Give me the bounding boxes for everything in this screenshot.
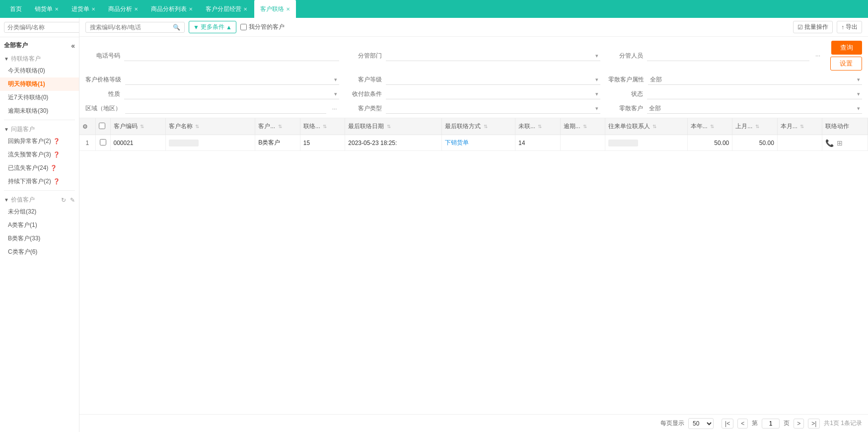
sidebar-body: 全部客户 « ▼ 待联络客户 今天待联络(0) 明天待联络(1) 近7天待联络(…: [0, 37, 79, 432]
col-unlink: 未联... ⇅: [515, 118, 560, 135]
sort-method-icon[interactable]: ⇅: [484, 124, 488, 129]
filter-label-phone: 电话号码: [85, 52, 120, 60]
region-dots-btn[interactable]: ···: [330, 105, 339, 112]
filter-dept-select[interactable]: [386, 51, 601, 61]
filter-retail-cust-select[interactable]: 全部: [647, 103, 862, 114]
next-page-btn[interactable]: >: [794, 419, 804, 429]
sort-contacts-icon[interactable]: ⇅: [323, 124, 327, 129]
batch-op-btn[interactable]: ☑ 批量操作: [793, 21, 833, 33]
filter-cust-type-wrap: [386, 103, 601, 114]
sidebar-b-class[interactable]: B类客户(33): [0, 232, 79, 245]
filter-nature-select[interactable]: [124, 89, 339, 99]
nav-close-product[interactable]: ✕: [134, 6, 138, 12]
sidebar-all-customers[interactable]: 全部客户 «: [0, 37, 79, 52]
search-icon[interactable]: 🔍: [173, 24, 180, 31]
filter-region-input[interactable]: [125, 103, 326, 114]
sort-lmonth-icon[interactable]: ⇅: [755, 124, 759, 129]
nav-customer-contact[interactable]: 客户联络 ✕: [254, 0, 296, 18]
sidebar-ungroup[interactable]: 未分组(32): [0, 205, 79, 218]
action-phone-icon[interactable]: 📞: [825, 139, 834, 147]
filter-cust-type-select[interactable]: [386, 103, 601, 114]
section-arrow: ▼: [4, 56, 9, 62]
nav-sales-order[interactable]: 销货单 ✕: [29, 0, 65, 18]
action-grid-icon[interactable]: ⊞: [837, 139, 843, 147]
section-problem-customers[interactable]: ▼ 问题客户: [0, 122, 79, 135]
nav-product-analysis[interactable]: 商品分析 ✕: [102, 0, 144, 18]
sidebar-search-input[interactable]: [4, 22, 79, 33]
query-btn[interactable]: 查询: [831, 41, 862, 55]
refresh-icon[interactable]: ↻: [61, 197, 66, 204]
sort-overdue-icon[interactable]: ⇅: [583, 124, 587, 129]
filter-dept-select-wrap: [386, 51, 601, 61]
row-last-month: 50.00: [732, 135, 778, 151]
sidebar-churned[interactable]: 已流失客户(24) ❓: [0, 161, 79, 175]
prev-page-btn[interactable]: <: [737, 419, 748, 429]
nav-product-analysis-list[interactable]: 商品分析列表 ✕: [145, 0, 199, 18]
sidebar-repurchase-anomaly[interactable]: 回购异常客户(2) ❓: [0, 135, 79, 148]
sidebar: 🔍 全部客户 « ▼ 待联络客户 今天待联络(0) 明天待联络(1) 近7天待联…: [0, 18, 79, 432]
last-method-link[interactable]: 下销货单: [445, 139, 469, 146]
set-btn[interactable]: 设置: [830, 57, 862, 71]
filter-row-2a: 客户价格等级: [85, 74, 339, 85]
table-footer: 每页显示 50 100 200 |< < 第 页 > >| 共1页 1条记录: [79, 414, 868, 432]
filter-payment-select[interactable]: [386, 89, 601, 99]
nav-close-customer-tier[interactable]: ✕: [243, 6, 247, 12]
my-customers-filter[interactable]: 我分管的客户: [240, 23, 285, 31]
sidebar-overdue-contact[interactable]: 逾期未联络(30): [0, 104, 79, 118]
filter-cust-level-select[interactable]: [386, 74, 601, 85]
filter-phone-input[interactable]: [124, 51, 339, 61]
sidebar-churn-warning[interactable]: 流失预警客户(3) ❓: [0, 148, 79, 161]
last-page-btn[interactable]: >|: [808, 419, 820, 429]
filter-price-level-select[interactable]: [125, 74, 339, 85]
sidebar-a-class[interactable]: A类客户(1): [0, 218, 79, 232]
nav-close-customer-contact[interactable]: ✕: [286, 6, 290, 12]
nav-close-product-list[interactable]: ✕: [189, 6, 193, 12]
sidebar-today-contact[interactable]: 今天待联络(0): [0, 64, 79, 77]
page-size-select[interactable]: 50 100 200: [688, 418, 714, 429]
filter-row-1b: 分管部门: [347, 41, 601, 71]
page-input[interactable]: [762, 419, 780, 429]
first-page-btn[interactable]: |<: [722, 419, 733, 429]
sort-name-icon[interactable]: ⇅: [195, 124, 199, 129]
main-search-input[interactable]: [90, 24, 173, 31]
sort-unlink-icon[interactable]: ⇅: [538, 124, 542, 129]
filter-status-select[interactable]: [647, 89, 862, 99]
sort-code-icon[interactable]: ⇅: [140, 124, 144, 129]
help-icon-4[interactable]: ❓: [53, 178, 60, 185]
help-icon-1[interactable]: ❓: [53, 138, 60, 144]
help-icon-2[interactable]: ❓: [53, 151, 60, 158]
col-gear[interactable]: ⚙: [79, 118, 95, 135]
my-customers-checkbox[interactable]: [240, 24, 247, 30]
sort-type-icon[interactable]: ⇅: [278, 124, 282, 129]
edit-icon[interactable]: ✎: [70, 197, 75, 204]
col-last-date: 最后联络日期 ⇅: [345, 118, 442, 135]
sidebar-c-class[interactable]: C类客户(6): [0, 245, 79, 259]
row-select-checkbox[interactable]: [100, 139, 106, 145]
export-icon: ↑: [841, 24, 844, 31]
sidebar-week-contact[interactable]: 近7天待联络(0): [0, 91, 79, 104]
nav-purchase-order[interactable]: 进货单 ✕: [66, 0, 101, 18]
nav-close-purchase[interactable]: ✕: [91, 6, 95, 12]
nav-home[interactable]: 首页: [4, 0, 28, 18]
filter-retail-attr-select[interactable]: 全部: [648, 74, 862, 85]
manager-dots-btn[interactable]: ···: [813, 52, 822, 59]
sort-tmonth-icon[interactable]: ⇅: [800, 124, 804, 129]
more-conditions-btn[interactable]: ▼ 更多条件 ▲: [189, 21, 236, 33]
help-icon-3[interactable]: ❓: [50, 165, 57, 171]
select-all-checkbox[interactable]: [99, 123, 105, 129]
nav-close-sales[interactable]: ✕: [55, 6, 59, 12]
sidebar-declining[interactable]: 持续下滑客户(2) ❓: [0, 175, 79, 188]
section-arrow2: ▼: [4, 127, 9, 132]
section-value-customers[interactable]: ▼ 价值客户 ↻ ✎: [0, 193, 79, 205]
filter-price-level-wrap: [125, 74, 339, 85]
filter-manager-input[interactable]: [647, 51, 809, 61]
export-btn[interactable]: ↑ 导出: [837, 21, 862, 33]
sort-contact-icon[interactable]: ⇅: [652, 124, 656, 129]
sort-date-icon[interactable]: ⇅: [387, 124, 391, 129]
row-last-method[interactable]: 下销货单: [442, 135, 515, 151]
section-pending-contact[interactable]: ▼ 待联络客户: [0, 52, 79, 64]
sidebar-tomorrow-contact[interactable]: 明天待联络(1): [0, 77, 79, 91]
sort-year-icon[interactable]: ⇅: [710, 124, 714, 129]
customer-name-blurred: [169, 140, 199, 146]
nav-customer-tier[interactable]: 客户分层经营 ✕: [200, 0, 253, 18]
